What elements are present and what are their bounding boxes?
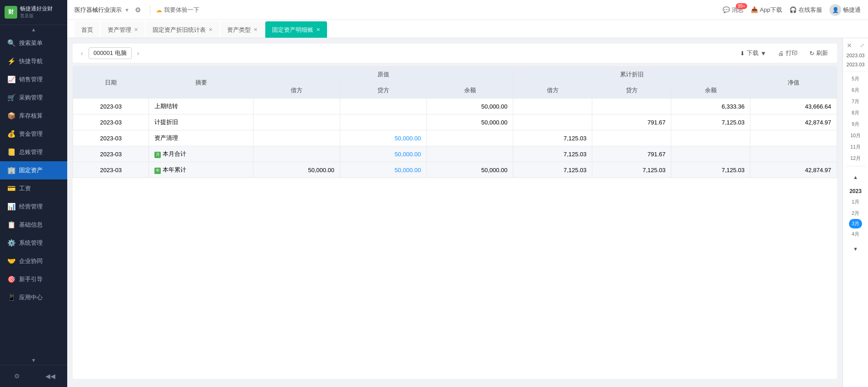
sidebar-item-search[interactable]: 🔍 搜索菜单 <box>0 34 67 52</box>
tab-label-asset-type: 资产类型 <box>227 26 251 34</box>
company-dropdown-icon: ▼ <box>124 7 129 13</box>
app-name: 畅捷通好业财 <box>20 5 53 13</box>
tab-close-fixed-depreciation[interactable]: ✕ <box>208 27 213 32</box>
sidebar-scroll-up[interactable]: ▲ <box>0 25 67 34</box>
months-bottom: 1月2月3月4月 <box>849 196 862 240</box>
panel-expand-icon[interactable]: ⤢ <box>860 42 864 49</box>
sidebar-item-icon-guide: 🎯 <box>7 275 15 283</box>
tab-asset-type[interactable]: 资产类型✕ <box>220 21 264 38</box>
sidebar-item-app-center[interactable]: 📱 应用中心 <box>0 288 67 307</box>
gear-icon[interactable]: ⚙ <box>135 6 141 14</box>
cell-credit: 50,000.00 <box>340 146 427 162</box>
sidebar-scroll-down[interactable]: ▼ <box>0 356 67 365</box>
month-item-4月[interactable]: 4月 <box>849 228 862 240</box>
sidebar-item-icon-operations: 📊 <box>7 203 15 211</box>
experience-button[interactable]: ☁ 我要体验一下 <box>156 6 199 14</box>
cell-acc-credit <box>592 99 671 114</box>
sidebar-item-system[interactable]: ⚙️ 系统管理 <box>0 234 67 252</box>
row-tag: 年 <box>154 168 161 174</box>
tab-close-asset-type[interactable]: ✕ <box>253 27 258 32</box>
month-item-top-9月[interactable]: 9月 <box>849 119 862 130</box>
cell-date: 2023-03 <box>73 114 149 130</box>
sidebar-item-label-operations: 经营管理 <box>19 203 43 211</box>
month-item-2月[interactable]: 2月 <box>849 208 862 219</box>
sidebar-item-guide[interactable]: 🎯 新手引导 <box>0 270 67 288</box>
customer-service-button[interactable]: 🎧 在线客服 <box>789 6 822 14</box>
sidebar-item-quick-nav[interactable]: ⚡ 快捷导航 <box>0 52 67 70</box>
cell-date: 2023-03 <box>73 99 149 114</box>
table-row: 2023-03 上期结转 50,000.00 6,333.36 43,666.6… <box>73 99 837 114</box>
sidebar-item-salary[interactable]: 💳 工资 <box>0 179 67 198</box>
month-item-top-5月[interactable]: 5月 <box>849 73 862 84</box>
settings-button[interactable]: ⚙ <box>0 369 34 383</box>
months-top: 5月6月7月8月9月10月11月12月 <box>849 73 862 164</box>
download-icon: ⬇ <box>740 50 745 57</box>
sidebar-item-icon-sales: 📈 <box>7 75 15 84</box>
refresh-button[interactable]: ↻ 刷新 <box>806 47 832 59</box>
sidebar-item-basic-info[interactable]: 📋 基础信息 <box>0 216 67 234</box>
cell-balance <box>427 146 513 162</box>
scroll-down-button[interactable]: ▼ <box>848 241 864 257</box>
topbar-divider <box>150 5 150 15</box>
content-area: ‹ 000001 电脑 › ⬇ 下载 ▼ 🖨 打印 ↻ <box>67 38 868 387</box>
sidebar-item-finance[interactable]: 💰 资金管理 <box>0 125 67 143</box>
cell-summary: 资产清理 <box>149 130 253 146</box>
scroll-up-button[interactable]: ▲ <box>848 169 864 185</box>
month-item-top-7月[interactable]: 7月 <box>849 96 862 107</box>
prev-asset-button[interactable]: ‹ <box>78 49 86 58</box>
month-item-top-11月[interactable]: 11月 <box>849 141 862 153</box>
tab-label-asset-mgmt: 资产管理 <box>108 26 131 34</box>
sidebar-bottom: ⚙ ◀◀ <box>0 365 67 387</box>
experience-icon: ☁ <box>156 6 162 14</box>
month-item-top-12月[interactable]: 12月 <box>849 153 862 164</box>
sidebar-header: 财 畅捷通好业财 普及版 <box>0 0 67 25</box>
sidebar-item-fixed-assets[interactable]: 🏢 固定资产 <box>0 161 67 179</box>
refresh-icon: ↻ <box>809 50 814 57</box>
tab-home[interactable]: 首页 <box>74 21 100 38</box>
user-button[interactable]: 👤 畅捷通 <box>829 4 861 16</box>
cell-debit: 50,000.00 <box>253 162 340 178</box>
sidebar-item-label-fixed-assets: 固定资产 <box>19 166 43 174</box>
month-item-1月[interactable]: 1月 <box>849 196 862 208</box>
sidebar-item-operations[interactable]: 📊 经营管理 <box>0 198 67 216</box>
table-row: 2023-03 年本年累计 50,000.00 50,000.00 50,000… <box>73 162 837 178</box>
cell-net-value: 42,874.97 <box>750 162 837 178</box>
month-item-top-10月[interactable]: 10月 <box>849 130 862 141</box>
tab-fixed-detail[interactable]: 固定资产明细账✕ <box>265 21 327 38</box>
month-item-top-6月[interactable]: 6月 <box>849 84 862 96</box>
print-label: 打印 <box>786 49 798 57</box>
app-download-button[interactable]: 📥 App下载 <box>751 6 782 14</box>
tab-close-asset-mgmt[interactable]: ✕ <box>134 27 138 32</box>
next-asset-button[interactable]: › <box>134 49 142 58</box>
download-button[interactable]: ⬇ 下载 ▼ <box>736 47 770 59</box>
panel-current-date: 2023.03 <box>846 51 866 60</box>
th-credit: 贷方 <box>340 83 427 99</box>
month-item-top-8月[interactable]: 8月 <box>849 107 862 119</box>
sidebar-item-inventory[interactable]: 📦 库存核算 <box>0 107 67 125</box>
cell-date: 2023-03 <box>73 146 149 162</box>
th-acc-balance: 余额 <box>671 83 750 99</box>
app-download-icon: 📥 <box>751 6 758 13</box>
tab-label-fixed-detail: 固定资产明细账 <box>272 26 313 34</box>
sidebar-item-label-sales: 销售管理 <box>19 75 43 84</box>
sidebar-item-cooperation[interactable]: 🤝 企业协同 <box>0 252 67 270</box>
sidebar-nav: 🔍 搜索菜单 ⚡ 快捷导航 📈 销售管理 🛒 采购管理 📦 库存核算 💰 资金管… <box>0 34 67 356</box>
sidebar-item-label-system: 系统管理 <box>19 239 43 247</box>
topbar: 医疗器械行业演示 ▼ ⚙ ☁ 我要体验一下 💬 消息 99+ 📥 App下载 🎧… <box>67 0 868 20</box>
th-debit: 借方 <box>253 83 340 99</box>
tab-close-fixed-detail[interactable]: ✕ <box>316 27 320 32</box>
cell-acc-debit: 7,125.03 <box>513 162 592 178</box>
month-item-3月[interactable]: 3月 <box>849 219 862 228</box>
sidebar-item-purchase[interactable]: 🛒 采购管理 <box>0 89 67 107</box>
table-row: 2023-03 月本月合计 50,000.00 7,125.03 791.67 <box>73 146 837 162</box>
collapse-button[interactable]: ◀◀ <box>34 369 67 383</box>
company-selector[interactable]: 医疗器械行业演示 ▼ <box>74 6 129 14</box>
sidebar-item-ledger[interactable]: 📒 总账管理 <box>0 143 67 161</box>
tab-fixed-depreciation[interactable]: 固定资产折旧统计表✕ <box>146 21 219 38</box>
panel-close-button[interactable]: ✕ <box>847 42 852 49</box>
messages-button[interactable]: 💬 消息 99+ <box>723 6 744 14</box>
print-button[interactable]: 🖨 打印 <box>774 47 801 59</box>
sidebar-item-sales[interactable]: 📈 销售管理 <box>0 70 67 89</box>
company-name: 医疗器械行业演示 <box>74 6 122 14</box>
tab-asset-mgmt[interactable]: 资产管理✕ <box>101 21 145 38</box>
